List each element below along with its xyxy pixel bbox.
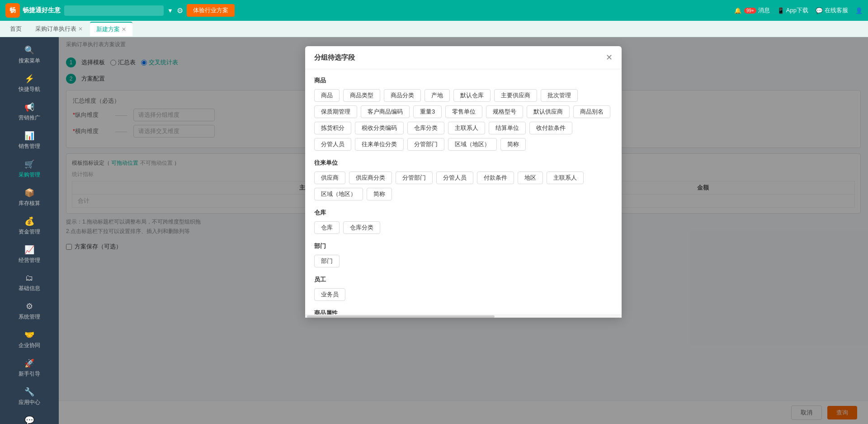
sidebar-item-inventory[interactable]: 📦 库存核算 bbox=[0, 183, 59, 212]
sidebar-item-quick-nav[interactable]: ⚡ 快捷导航 bbox=[0, 69, 59, 98]
section-department: 部门 部门 bbox=[314, 242, 613, 267]
field-tag[interactable]: 简称 bbox=[367, 188, 392, 200]
field-tag[interactable]: 区域（地区） bbox=[448, 138, 497, 151]
field-tag[interactable]: 重量3 bbox=[413, 105, 442, 118]
field-tags-employee: 业务员 bbox=[314, 288, 613, 301]
sidebar-item-marketing[interactable]: 📢 营销推广 bbox=[0, 98, 59, 126]
field-tag[interactable]: 往来单位分类 bbox=[355, 138, 404, 151]
field-tag[interactable]: 付款条件 bbox=[477, 172, 514, 184]
field-tags-partner: 供应商 供应商分类 分管部门 分管人员 付款条件 地区 主联系人 区域（地区） … bbox=[314, 172, 613, 200]
tab-close-new-plan[interactable]: ✕ bbox=[122, 26, 126, 33]
sidebar-item-finance[interactable]: 💰 资金管理 bbox=[0, 212, 59, 240]
field-tag[interactable]: 地区 bbox=[518, 172, 543, 184]
field-tag[interactable]: 拣货积分 bbox=[314, 122, 351, 134]
inventory-icon: 📦 bbox=[24, 188, 34, 198]
sidebar: 🔍 搜索菜单 ⚡ 快捷导航 📢 营销推广 📊 销售管理 🛒 采购管理 📦 库存核… bbox=[0, 37, 59, 424]
marketing-icon: 📢 bbox=[24, 102, 34, 112]
field-tag[interactable]: 零售单位 bbox=[445, 105, 482, 118]
sidebar-item-wechat[interactable]: 💬 企业微信 bbox=[0, 411, 59, 424]
top-bar-actions: 🔔 99+ 消息 📱 App下载 💬 在线客服 👤 bbox=[734, 6, 863, 14]
field-tag[interactable]: 主联系人 bbox=[547, 172, 584, 184]
field-tag[interactable]: 收付款条件 bbox=[529, 122, 572, 134]
logo-area: 畅 畅捷通好生意 bbox=[5, 3, 61, 18]
field-tag[interactable]: 业务员 bbox=[314, 288, 345, 301]
sidebar-item-sales[interactable]: 📊 销售管理 bbox=[0, 126, 59, 155]
field-tags-warehouse: 仓库 仓库分类 bbox=[314, 221, 613, 234]
field-tag[interactable]: 保质期管理 bbox=[314, 105, 357, 118]
field-tag[interactable]: 区域（地区） bbox=[314, 188, 363, 200]
search-input[interactable] bbox=[64, 5, 164, 16]
field-tag[interactable]: 商品类型 bbox=[343, 89, 380, 102]
field-tag[interactable]: 分管人员 bbox=[436, 172, 473, 184]
app-logo: 畅 bbox=[5, 3, 20, 18]
field-tags-department: 部门 bbox=[314, 255, 613, 267]
field-tag[interactable]: 客户商品编码 bbox=[361, 105, 410, 118]
sidebar-item-enterprise[interactable]: 🤝 企业协同 bbox=[0, 325, 59, 354]
field-tag[interactable]: 分管部门 bbox=[396, 172, 433, 184]
sidebar-item-guide[interactable]: 🚀 新手引导 bbox=[0, 354, 59, 382]
app-name: 畅捷通好生意 bbox=[23, 6, 61, 14]
tab-new-plan[interactable]: 新建方案 ✕ bbox=[90, 22, 132, 36]
field-select-modal: 分组待选字段 ✕ 商品 商品 商品类型 商品分类 产地 默认仓库 主要供应商 bbox=[305, 46, 622, 318]
field-tag[interactable]: 结算单位 bbox=[489, 122, 526, 134]
field-tag[interactable]: 主联系人 bbox=[448, 122, 485, 134]
field-tag[interactable]: 批次管理 bbox=[541, 89, 578, 102]
field-tag[interactable]: 分管部门 bbox=[407, 138, 444, 151]
field-tag[interactable]: 商品别名 bbox=[573, 105, 610, 118]
field-tag[interactable]: 简称 bbox=[500, 138, 526, 151]
section-product-attr: 商品属性 属性 颜色 多规格 尺码 鞋码 1 bbox=[314, 309, 613, 314]
modal-scroll-thumb bbox=[307, 315, 495, 318]
modal-title: 分组待选字段 bbox=[314, 53, 355, 62]
online-support-link[interactable]: 💬 在线客服 bbox=[816, 6, 848, 14]
content-area: 采购订单执行表方案设置 1 选择模板 汇总表 交叉统计表 bbox=[59, 37, 868, 424]
app-center-icon: 🔧 bbox=[24, 387, 34, 397]
field-tag[interactable]: 税收分类编码 bbox=[355, 122, 404, 134]
field-tag[interactable]: 主要供应商 bbox=[494, 89, 537, 102]
field-tag[interactable]: 供应商分类 bbox=[349, 172, 392, 184]
field-tag[interactable]: 商品分类 bbox=[384, 89, 421, 102]
search-icon: 🔍 bbox=[24, 45, 34, 55]
field-tag[interactable]: 商品 bbox=[314, 89, 340, 102]
field-tag[interactable]: 仓库分类 bbox=[343, 221, 380, 234]
sidebar-item-purchase[interactable]: 🛒 采购管理 bbox=[0, 155, 59, 183]
section-title-product-attr: 商品属性 bbox=[314, 309, 613, 314]
sidebar-item-basic-info[interactable]: 🗂 基础信息 bbox=[0, 269, 59, 297]
field-tag[interactable]: 默认供应商 bbox=[527, 105, 570, 118]
modal-horizontal-scrollbar[interactable] bbox=[305, 314, 622, 318]
field-tag[interactable]: 仓库 bbox=[314, 221, 340, 234]
app-download-link[interactable]: 📱 App下载 bbox=[777, 6, 808, 14]
notification-icon[interactable]: 🔔 99+ 消息 bbox=[734, 6, 770, 14]
sidebar-item-operations[interactable]: 📈 经营管理 bbox=[0, 240, 59, 269]
modal-body: 商品 商品 商品类型 商品分类 产地 默认仓库 主要供应商 批次管理 保质期管理… bbox=[305, 69, 622, 314]
field-tag[interactable]: 供应商 bbox=[314, 172, 345, 184]
field-tag[interactable]: 分管人员 bbox=[314, 138, 351, 151]
field-tags-product: 商品 商品类型 商品分类 产地 默认仓库 主要供应商 批次管理 保质期管理 客户… bbox=[314, 89, 613, 151]
field-tag[interactable]: 规格型号 bbox=[486, 105, 523, 118]
field-tag[interactable]: 部门 bbox=[314, 255, 340, 267]
system-icon: ⚙ bbox=[26, 301, 33, 311]
experience-button[interactable]: 体验行业方案 bbox=[187, 4, 235, 17]
field-tag[interactable]: 产地 bbox=[425, 89, 450, 102]
tab-home[interactable]: 首页 bbox=[4, 22, 28, 36]
user-avatar[interactable]: 👤 bbox=[855, 7, 863, 14]
field-tag[interactable]: 仓库分类 bbox=[407, 122, 444, 134]
tab-purchase-order[interactable]: 采购订单执行表 ✕ bbox=[29, 22, 89, 36]
guide-icon: 🚀 bbox=[24, 358, 34, 368]
tab-close-purchase[interactable]: ✕ bbox=[78, 26, 83, 32]
section-warehouse: 仓库 仓库 仓库分类 bbox=[314, 209, 613, 234]
section-title-employee: 员工 bbox=[314, 276, 613, 284]
sidebar-item-app-center[interactable]: 🔧 应用中心 bbox=[0, 382, 59, 411]
section-product: 商品 商品 商品类型 商品分类 产地 默认仓库 主要供应商 批次管理 保质期管理… bbox=[314, 76, 613, 151]
tab-bar: 首页 采购订单执行表 ✕ 新建方案 ✕ bbox=[0, 21, 868, 37]
section-title-warehouse: 仓库 bbox=[314, 209, 613, 217]
purchase-icon: 🛒 bbox=[24, 159, 34, 169]
settings-icon[interactable]: ⚙ bbox=[177, 6, 183, 15]
enterprise-icon: 🤝 bbox=[24, 330, 34, 340]
sidebar-item-system[interactable]: ⚙ 系统管理 bbox=[0, 297, 59, 325]
modal-close-button[interactable]: ✕ bbox=[606, 52, 613, 62]
section-partner: 往来单位 供应商 供应商分类 分管部门 分管人员 付款条件 地区 主联系人 区域… bbox=[314, 159, 613, 200]
section-title-partner: 往来单位 bbox=[314, 159, 613, 167]
dropdown-arrow-icon[interactable]: ▼ bbox=[167, 7, 173, 14]
sidebar-item-search[interactable]: 🔍 搜索菜单 bbox=[0, 41, 59, 69]
field-tag[interactable]: 默认仓库 bbox=[453, 89, 491, 102]
